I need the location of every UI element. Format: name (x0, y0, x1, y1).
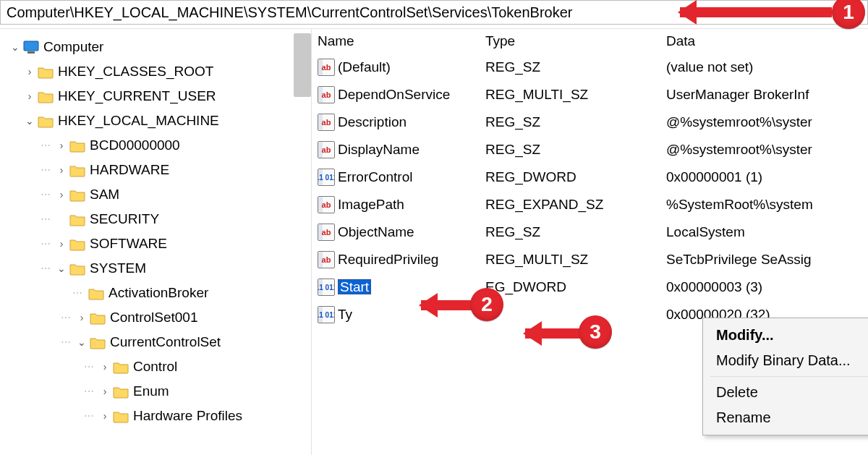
string-value-icon: ab (318, 141, 335, 158)
tree-guide: ⋯ (41, 238, 55, 250)
folder-icon (69, 237, 85, 251)
annotation-badge-2: 2 (470, 288, 503, 321)
folder-icon (113, 385, 129, 399)
col-data[interactable]: Data (666, 33, 868, 49)
annotation-arrow-2 (421, 300, 472, 310)
tree-label: Enum (133, 383, 169, 399)
value-row[interactable]: abObjectNameREG_SZLocalSystem (312, 218, 868, 246)
toggle-icon[interactable]: › (98, 361, 111, 373)
registry-values: Name Type Data ab(Default)REG_SZ(value n… (311, 29, 868, 455)
toggle-icon[interactable]: › (23, 90, 36, 102)
value-name: ErrorControl (338, 169, 485, 185)
folder-icon (69, 163, 85, 177)
tree-node[interactable]: ⌄ HKEY_LOCAL_MACHINE (6, 109, 311, 133)
tree-guide: ⋯ (41, 164, 55, 176)
folder-icon (113, 409, 129, 423)
toggle-icon[interactable]: › (75, 312, 88, 323)
value-name: Description (338, 114, 485, 130)
value-row[interactable]: 011 0110StartEG_DWORD0x00000003 (3) (312, 273, 868, 301)
tree-label: BCD00000000 (90, 137, 180, 153)
folder-icon (38, 90, 54, 103)
folder-icon (69, 188, 85, 202)
tree-label: Control (133, 359, 177, 375)
toggle-icon[interactable]: ⌄ (9, 41, 22, 53)
string-value-icon: ab (318, 251, 335, 268)
tree-node[interactable]: ⋯ › Control (6, 354, 311, 379)
tree-guide: ⋯ (84, 361, 98, 373)
tree-label: SAM (90, 187, 119, 203)
value-row[interactable]: abRequiredPrivilegREG_MULTI_SZSeTcbPrivi… (312, 246, 868, 273)
toggle-icon[interactable]: ⌄ (55, 263, 68, 274)
value-type: REG_SZ (485, 224, 666, 240)
value-data: (value not set) (666, 59, 868, 75)
registry-tree[interactable]: ⌄ Computer › HKEY_CLASSES_ROOT › HKEY_CU… (0, 29, 311, 455)
value-data: UserManager BrokerInf (666, 87, 868, 103)
folder-icon (69, 139, 85, 153)
folder-icon (88, 286, 104, 300)
annotation-arrow-1 (680, 7, 832, 17)
menu-delete[interactable]: Delete (703, 380, 868, 405)
svg-rect-1 (27, 51, 35, 54)
value-type: REG_MULTI_SZ (485, 87, 666, 103)
tree-node[interactable]: ⋯ ⌄ SYSTEM (6, 256, 311, 281)
value-name: RequiredPrivileg (338, 252, 485, 268)
tree-label: SYSTEM (90, 260, 146, 276)
tree-node[interactable]: › HKEY_CLASSES_ROOT (6, 59, 311, 84)
toggle-icon[interactable]: › (55, 189, 68, 200)
value-name: ObjectName (338, 224, 485, 240)
value-type: REG_EXPAND_SZ (485, 197, 666, 213)
tree-node[interactable]: ⋯ › HARDWARE (6, 158, 311, 182)
toggle-icon[interactable]: › (55, 140, 68, 151)
value-row[interactable]: abDependOnServiceREG_MULTI_SZUserManager… (312, 81, 868, 109)
value-row[interactable]: abDisplayNameREG_SZ@%systemroot%\syster (312, 136, 868, 163)
value-data: @%systemroot%\syster (666, 142, 868, 158)
tree-node[interactable]: ⋯ ⌄ CurrentControlSet (6, 330, 311, 354)
tree-guide: ⋯ (84, 386, 98, 397)
tree-node[interactable]: ⋯ › SOFTWARE (6, 231, 311, 256)
value-type: REG_SZ (485, 142, 666, 158)
folder-icon (38, 114, 54, 128)
folder-icon (69, 213, 85, 226)
value-name: DependOnService (338, 87, 485, 103)
toggle-icon[interactable]: ⌄ (23, 115, 36, 127)
computer-icon (23, 41, 39, 54)
menu-modify-binary[interactable]: Modify Binary Data... (703, 348, 868, 373)
tree-node[interactable]: ⋯ › BCD00000000 (6, 133, 311, 158)
tree-label: ActivationBroker (109, 285, 208, 301)
string-value-icon: ab (318, 86, 335, 103)
column-headers[interactable]: Name Type Data (312, 29, 868, 54)
value-type: REG_SZ (485, 59, 666, 75)
tree-node[interactable]: ⋯ › ControlSet001 (6, 305, 311, 330)
value-row[interactable]: ab(Default)REG_SZ(value not set) (312, 54, 868, 81)
col-name[interactable]: Name (312, 33, 485, 49)
tree-node[interactable]: › HKEY_CURRENT_USER (6, 84, 311, 109)
tree-label: SOFTWARE (90, 236, 167, 252)
value-data: 0x00000003 (3) (666, 279, 868, 295)
tree-node-computer[interactable]: ⌄ Computer (6, 35, 311, 59)
toggle-icon[interactable]: ⌄ (75, 336, 88, 348)
tree-guide: ⋯ (41, 263, 55, 274)
menu-rename[interactable]: Rename (703, 405, 868, 430)
value-data: LocalSystem (666, 224, 868, 240)
value-row[interactable]: abDescriptionREG_SZ@%systemroot%\syster (312, 109, 868, 136)
menu-modify[interactable]: Modify... (703, 323, 868, 348)
col-type[interactable]: Type (485, 33, 666, 49)
tree-label: HKEY_LOCAL_MACHINE (58, 113, 219, 129)
tree-node[interactable]: ⋯ › Enum (6, 379, 311, 404)
tree-node[interactable]: ⋯ SECURITY (6, 207, 311, 231)
toggle-icon[interactable]: › (55, 238, 68, 250)
main-split: ⌄ Computer › HKEY_CLASSES_ROOT › HKEY_CU… (0, 29, 868, 455)
tree-label: HARDWARE (90, 162, 169, 178)
toggle-icon[interactable]: › (98, 410, 111, 422)
toggle-icon[interactable]: › (55, 164, 68, 176)
toggle-icon[interactable]: › (23, 66, 36, 77)
annotation-badge-3: 3 (579, 315, 612, 349)
value-name: DisplayName (338, 142, 485, 158)
tree-node[interactable]: ⋯ ActivationBroker (6, 281, 311, 305)
toggle-icon[interactable]: › (98, 386, 111, 397)
value-row[interactable]: 011 0110ErrorControlREG_DWORD0x00000001 … (312, 163, 868, 191)
tree-node[interactable]: ⋯ › SAM (6, 182, 311, 207)
dword-value-icon: 011 0110 (318, 278, 335, 296)
value-row[interactable]: abImagePathREG_EXPAND_SZ%SystemRoot%\sys… (312, 191, 868, 218)
tree-node[interactable]: ⋯ › Hardware Profiles (6, 404, 311, 428)
